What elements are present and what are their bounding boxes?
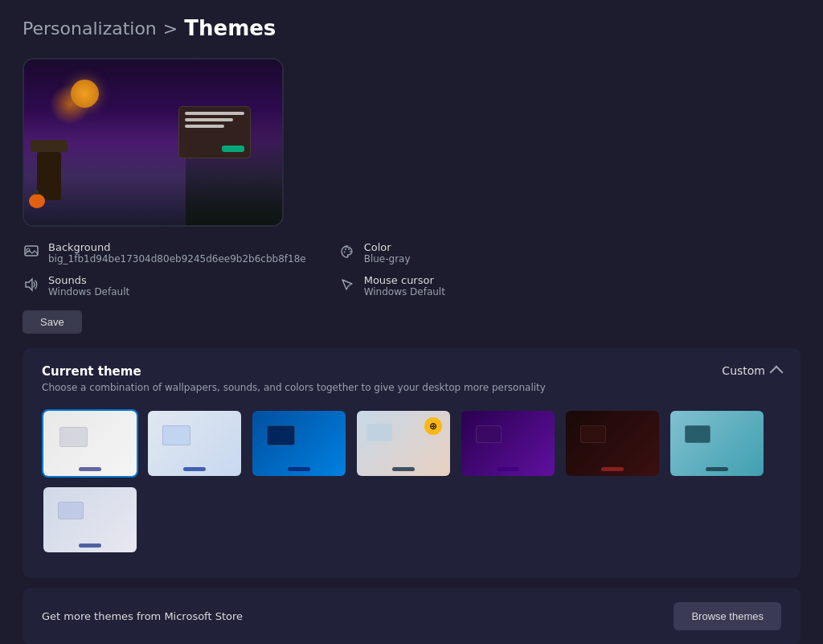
page: Personalization > Themes xyxy=(0,0,823,644)
breadcrumb: Personalization > Themes xyxy=(23,16,800,40)
bottom-bar: Get more themes from Microsoft Store Bro… xyxy=(23,588,800,644)
theme-panel-title: Current theme xyxy=(42,364,546,379)
wallpaper-scarecrow xyxy=(37,152,61,200)
sounds-label: Sounds xyxy=(48,274,129,286)
info-mouse-cursor[interactable]: Mouse cursor Windows Default xyxy=(338,274,521,297)
taskbar-indicator-4 xyxy=(392,467,415,471)
svg-point-2 xyxy=(343,252,345,253)
theme-item-windows11-dark[interactable] xyxy=(251,409,347,478)
sounds-value: Windows Default xyxy=(48,286,129,297)
theme-panel-header: Current theme Choose a combination of wa… xyxy=(42,364,781,393)
current-theme-value: Custom xyxy=(722,364,765,377)
theme-item-windows-light[interactable] xyxy=(42,409,138,478)
theme-panel-description: Choose a combination of wallpapers, soun… xyxy=(42,382,546,393)
breadcrumb-current: Themes xyxy=(184,16,276,40)
save-button[interactable]: Save xyxy=(23,310,82,334)
wallpaper-pumpkin xyxy=(29,194,45,208)
info-sounds[interactable]: Sounds Windows Default xyxy=(23,274,306,297)
taskbar-indicator-8 xyxy=(79,544,101,548)
dialog-button xyxy=(222,146,244,152)
preview-dialog xyxy=(178,106,251,158)
taskbar-indicator-7 xyxy=(706,467,728,471)
current-theme-panel: Current theme Choose a combination of wa… xyxy=(23,348,800,578)
taskbar-indicator-1 xyxy=(79,467,101,471)
taskbar-indicator-2 xyxy=(183,467,206,471)
dialog-line-2 xyxy=(185,118,232,121)
color-icon xyxy=(338,243,356,260)
dialog-line-3 xyxy=(185,125,223,128)
breadcrumb-parent[interactable]: Personalization xyxy=(23,18,157,39)
theme-item-blue-flower[interactable] xyxy=(42,486,138,554)
mouse-cursor-icon xyxy=(338,276,356,293)
theme-item-water[interactable] xyxy=(669,409,765,478)
sounds-icon xyxy=(23,276,40,293)
svg-point-3 xyxy=(345,248,346,250)
theme-preview xyxy=(23,58,284,227)
theme-item-windows11[interactable] xyxy=(146,409,243,478)
taskbar-indicator-6 xyxy=(601,467,624,471)
background-value: big_1fb1d94be17304d80eb9245d6ee9b2b6cbb8… xyxy=(48,253,306,265)
chevron-up-icon[interactable] xyxy=(770,366,784,379)
dialog-line-1 xyxy=(185,112,244,115)
svg-point-4 xyxy=(348,248,350,250)
theme-info-grid: Background big_1fb1d94be17304d80eb9245d6… xyxy=(23,241,521,297)
breadcrumb-separator: > xyxy=(163,18,178,39)
microsoft-store-text: Get more themes from Microsoft Store xyxy=(42,610,243,622)
background-label: Background xyxy=(48,241,306,253)
taskbar-indicator-3 xyxy=(288,467,310,471)
color-label: Color xyxy=(364,241,411,253)
svg-marker-6 xyxy=(26,279,32,290)
svg-point-5 xyxy=(350,251,351,252)
taskbar-indicator-5 xyxy=(497,467,519,471)
theme-status: Custom xyxy=(722,364,781,377)
color-value: Blue-gray xyxy=(364,253,411,265)
mouse-cursor-value: Windows Default xyxy=(364,286,445,297)
theme-item-dark-flowers[interactable] xyxy=(564,409,661,478)
theme-item-glow[interactable] xyxy=(460,409,556,478)
browse-themes-button[interactable]: Browse themes xyxy=(674,602,781,630)
mouse-cursor-label: Mouse cursor xyxy=(364,274,445,286)
wallpaper-moon xyxy=(71,80,99,108)
themes-grid: ⊕ xyxy=(42,409,781,554)
background-icon xyxy=(23,243,40,260)
info-background[interactable]: Background big_1fb1d94be17304d80eb9245d6… xyxy=(23,241,306,265)
theme-item-nature[interactable]: ⊕ xyxy=(355,409,452,478)
theme-icon-overwatch: ⊕ xyxy=(424,417,442,435)
info-color[interactable]: Color Blue-gray xyxy=(338,241,521,265)
